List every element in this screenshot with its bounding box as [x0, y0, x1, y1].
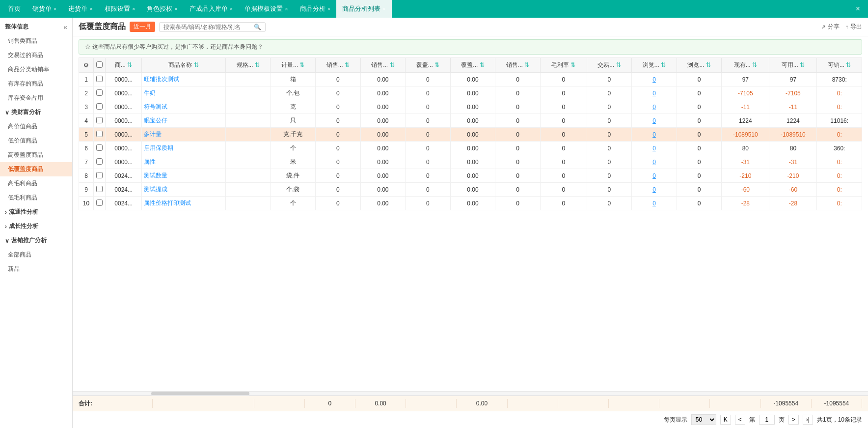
- footer-cell-placeholder5: [508, 399, 558, 408]
- row-checkbox[interactable]: [94, 114, 106, 128]
- col-trade[interactable]: 交易... ⇅: [587, 58, 632, 73]
- sidebar-item-low-value[interactable]: 低价值商品: [0, 134, 72, 148]
- row-checkbox[interactable]: [94, 128, 106, 142]
- nav-sales[interactable]: 销货单 ×: [27, 0, 62, 18]
- col-cover2[interactable]: 覆盖... ⇅: [450, 58, 495, 73]
- search-icon[interactable]: 🔍: [254, 24, 261, 30]
- row-browse1[interactable]: 0: [632, 155, 677, 169]
- row-browse1[interactable]: 0: [632, 86, 677, 100]
- row-name[interactable]: 符号测试: [142, 100, 226, 114]
- sidebar-item-high-value[interactable]: 高价值商品: [0, 119, 72, 134]
- col-name[interactable]: 商品名称 ⇅: [142, 58, 226, 73]
- nav-warehouse-close[interactable]: ×: [230, 6, 233, 12]
- sidebar-item-high-margin[interactable]: 高毛利商品: [0, 176, 72, 191]
- col-sales-amt[interactable]: 销售... ⇅: [360, 58, 406, 73]
- sidebar-item-sales-goods[interactable]: 销售类商品: [0, 34, 72, 48]
- row-checkbox[interactable]: [94, 142, 106, 155]
- col-cover1[interactable]: 覆盖... ⇅: [406, 58, 451, 73]
- nav-warehouse[interactable]: 产成品入库单 ×: [184, 0, 239, 18]
- nav-product-analysis[interactable]: 商品分析 ×: [294, 0, 336, 18]
- row-name[interactable]: 多计量: [142, 128, 226, 142]
- nav-roles-close[interactable]: ×: [174, 6, 177, 12]
- sidebar-item-category-turnover[interactable]: 商品分类动销率: [0, 62, 72, 77]
- col-unit[interactable]: 计量... ⇅: [271, 58, 316, 73]
- nav-home[interactable]: 首页: [2, 0, 27, 18]
- row-name[interactable]: 牛奶: [142, 86, 226, 100]
- prev-page-button[interactable]: <: [735, 415, 745, 425]
- export-button[interactable]: ↑ 导出: [845, 23, 862, 31]
- next-page-button[interactable]: >: [788, 415, 799, 425]
- row-checkbox[interactable]: [94, 183, 106, 197]
- sidebar-section-circulation[interactable]: › 流通性分析: [0, 205, 72, 219]
- row-name[interactable]: 旺辅批次测试: [142, 73, 226, 86]
- sidebar-item-low-coverage[interactable]: 低覆盖度商品: [0, 162, 72, 176]
- row-name[interactable]: 测试提成: [142, 183, 226, 197]
- first-page-button[interactable]: K: [720, 415, 731, 425]
- row-name[interactable]: 眠宝公仔: [142, 114, 226, 128]
- sidebar-header: 整体信息 «: [0, 20, 72, 34]
- sidebar-section-growth[interactable]: › 成长性分析: [0, 219, 72, 233]
- nav-sales-close[interactable]: ×: [54, 6, 56, 12]
- nav-permissions-close[interactable]: ×: [132, 6, 135, 12]
- filter-recent-month-button[interactable]: 近一月: [130, 22, 155, 32]
- last-page-button[interactable]: ›|: [803, 415, 813, 425]
- nav-roles[interactable]: 角色授权 ×: [141, 0, 183, 18]
- row-name[interactable]: 启用保质期: [142, 142, 226, 155]
- row-name[interactable]: 属性: [142, 155, 226, 169]
- nav-purchase[interactable]: 进货单 ×: [62, 0, 98, 18]
- sidebar-item-stocked-goods[interactable]: 有库存的商品: [0, 77, 72, 91]
- row-checkbox[interactable]: [94, 86, 106, 100]
- nav-purchase-close[interactable]: ×: [89, 6, 92, 12]
- nav-product-analysis-close[interactable]: ×: [327, 6, 330, 12]
- nav-product-analysis-list-close[interactable]: ×: [382, 6, 385, 12]
- sidebar-item-all-goods[interactable]: 全部商品: [0, 248, 72, 262]
- nav-template[interactable]: 单据模板设置 ×: [239, 0, 294, 18]
- row-checkbox[interactable]: [94, 169, 106, 183]
- col-sales3[interactable]: 销售... ⇅: [495, 58, 541, 73]
- search-input[interactable]: [163, 24, 252, 30]
- sidebar-item-traded-goods[interactable]: 交易过的商品: [0, 48, 72, 62]
- row-browse1[interactable]: 0: [632, 142, 677, 155]
- col-browse2[interactable]: 浏览... ⇅: [677, 58, 722, 73]
- sidebar-item-high-coverage[interactable]: 高覆盖度商品: [0, 148, 72, 162]
- per-page-select[interactable]: 50 20 100 200: [691, 414, 716, 425]
- col-sellable[interactable]: 可销... ⇅: [817, 58, 862, 73]
- footer-cell-placeholder7: [609, 399, 659, 408]
- sidebar-section-wealth[interactable]: ∨ 类财富分析: [0, 105, 72, 119]
- sidebar-item-inventory-capital[interactable]: 库存资金占用: [0, 91, 72, 105]
- col-spec[interactable]: 规格... ⇅: [225, 58, 271, 73]
- col-margin[interactable]: 毛利率 ⇅: [540, 58, 587, 73]
- col-browse1[interactable]: 浏览... ⇅: [632, 58, 677, 73]
- sidebar-item-new-goods[interactable]: 新品: [0, 262, 72, 276]
- content-area: 低覆盖度商品 近一月 🔍 ↗ 分享 ↑ 导出 ☆ 这些商品只有很少客户购买过，是…: [73, 18, 868, 428]
- col-settings[interactable]: ⚙: [79, 58, 94, 73]
- row-checkbox[interactable]: [94, 100, 106, 114]
- sidebar-section-marketing[interactable]: ∨ 营销推广分析: [0, 233, 72, 248]
- close-all-button[interactable]: ×: [850, 4, 866, 13]
- share-button[interactable]: ↗ 分享: [821, 23, 840, 31]
- nav-product-analysis-list[interactable]: 商品分析列表 ×: [336, 0, 391, 18]
- col-current[interactable]: 现有... ⇅: [722, 58, 769, 73]
- col-code[interactable]: 商... ⇅: [106, 58, 142, 73]
- row-browse1[interactable]: 0: [632, 128, 677, 142]
- row-checkbox[interactable]: [94, 197, 106, 210]
- row-browse1[interactable]: 0: [632, 100, 677, 114]
- row-browse1[interactable]: 0: [632, 114, 677, 128]
- row-checkbox[interactable]: [94, 155, 106, 169]
- row-browse1[interactable]: 0: [632, 197, 677, 210]
- row-browse1[interactable]: 0: [632, 183, 677, 197]
- row-browse1[interactable]: 0: [632, 169, 677, 183]
- select-all-checkbox[interactable]: [96, 61, 103, 68]
- nav-permissions[interactable]: 权限设置 ×: [99, 0, 141, 18]
- row-name[interactable]: 属性价格打印测试: [142, 197, 226, 210]
- col-sales-qty[interactable]: 销售... ⇅: [316, 58, 361, 73]
- page-number-input[interactable]: [759, 415, 775, 425]
- sidebar-collapse-button[interactable]: «: [63, 23, 67, 31]
- horizontal-scrollbar[interactable]: [73, 391, 868, 395]
- nav-template-close[interactable]: ×: [285, 6, 288, 12]
- row-checkbox[interactable]: [94, 73, 106, 86]
- row-browse1[interactable]: 0: [632, 73, 677, 86]
- row-name[interactable]: 测试数量: [142, 169, 226, 183]
- col-available[interactable]: 可用... ⇅: [769, 58, 817, 73]
- sidebar-item-low-margin[interactable]: 低毛利商品: [0, 191, 72, 205]
